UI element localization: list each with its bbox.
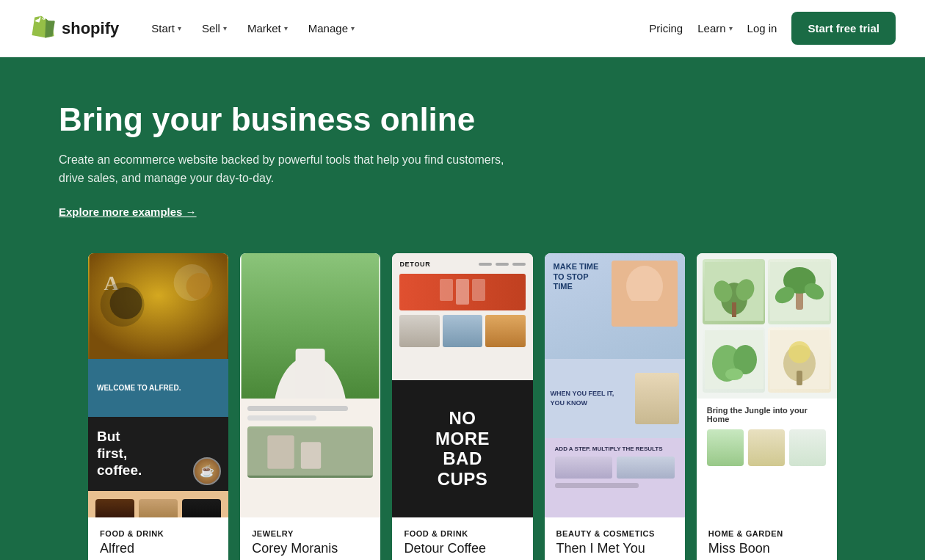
alfred-name: Alfred (100, 541, 217, 556)
alfred-image-mid: WELCOME TO ALFRED. (88, 359, 228, 417)
missboon-bottom: Bring the Jungle into your Home (697, 399, 837, 517)
nav-pricing-label: Pricing (649, 22, 683, 34)
missboon-plant-4 (768, 327, 831, 393)
card-corey[interactable]: JEWELRY Corey Moranis (240, 253, 380, 560)
detour-nav-3 (512, 263, 526, 266)
alfred-card-body: FOOD & DRINK Alfred (88, 517, 228, 560)
nav-login[interactable]: Log in (747, 22, 777, 34)
timy-name: Then I Met You (556, 541, 673, 556)
detour-bottom: NOMOREBADCUPS (392, 380, 532, 517)
missboon-plant-2 (768, 259, 831, 324)
nav-sell[interactable]: Sell ▾ (193, 16, 236, 40)
corey-bottom (240, 399, 380, 517)
nav-market[interactable]: Market ▾ (239, 16, 297, 40)
corey-card-body: JEWELRY Corey Moranis (240, 517, 380, 560)
svg-rect-12 (301, 442, 321, 468)
alfred-category: FOOD & DRINK (100, 529, 217, 538)
nav-sell-label: Sell (202, 22, 220, 34)
alfred-bottom (88, 491, 228, 517)
timy-bottom-text: ADD A STEP. MULTIPLY THE RESULTS (555, 446, 675, 452)
missboon-item-2 (748, 429, 785, 466)
nav-pricing[interactable]: Pricing (649, 22, 683, 34)
detour-prod-1 (399, 315, 439, 347)
nav-sell-chevron-icon: ▾ (223, 24, 227, 32)
timy-text-line (555, 483, 639, 488)
card-detour[interactable]: DETOUR (392, 253, 532, 560)
detour-logo: DETOUR (399, 261, 430, 268)
nav-learn[interactable]: Learn ▾ (697, 22, 732, 34)
card-timy[interactable]: MAKE TIMETO STOPTIME WHEN YOU FEEL IT,YO… (545, 253, 685, 560)
nav-learn-chevron-icon: ▾ (729, 24, 733, 32)
svg-rect-32 (797, 371, 802, 385)
svg-rect-18 (732, 302, 736, 317)
detour-card-body: FOOD & DRINK Detour Coffee (392, 517, 532, 560)
missboon-products-row (707, 429, 827, 466)
nav-right: Pricing Learn ▾ Log in Start free trial (649, 12, 896, 45)
timy-prod-1 (555, 457, 613, 479)
detour-nav-2 (496, 263, 509, 266)
svg-point-3 (186, 273, 213, 299)
explore-more-link[interactable]: Explore more examples → (59, 206, 197, 218)
detour-nav (479, 263, 526, 266)
detour-top: DETOUR (392, 253, 532, 380)
missboon-plant-3 (703, 327, 766, 393)
timy-title-text: MAKE TIMETO STOPTIME (554, 262, 599, 292)
start-free-trial-button[interactable]: Start free trial (791, 12, 896, 45)
nav-start-chevron-icon: ▾ (178, 24, 181, 32)
timy-products-row (555, 457, 675, 479)
corey-name: Corey Moranis (252, 541, 369, 556)
timy-prod-2 (617, 457, 675, 479)
detour-prod-2 (443, 315, 482, 347)
timy-top: MAKE TIMETO STOPTIME (545, 253, 685, 359)
corey-text-2 (247, 415, 316, 421)
alfred-coffee-section: Butfirst,coffee. ☕ (88, 417, 228, 491)
detour-tagline: NOMOREBADCUPS (435, 408, 490, 489)
svg-point-14 (626, 266, 663, 307)
alfred-mid-text: WELCOME TO ALFRED. (97, 383, 181, 393)
hero-title: Bring your business online (59, 101, 866, 139)
nav-start[interactable]: Start ▾ (142, 16, 190, 40)
card-missboon[interactable]: Bring the Jungle into your Home HOME & G… (697, 253, 837, 560)
corey-bottom-image (247, 426, 373, 478)
logo[interactable]: shopify (29, 15, 119, 42)
missboon-name: Miss Boon (708, 541, 825, 556)
nav-menu: Start ▾ Sell ▾ Market ▾ Manage ▾ (142, 16, 649, 40)
svg-point-33 (788, 341, 810, 363)
missboon-subtitle: Bring the Jungle into your Home (707, 406, 827, 423)
hero-subtitle: Create an ecommerce website backed by po… (59, 150, 514, 188)
nav-market-chevron-icon: ▾ (284, 24, 288, 32)
logo-text: shopify (62, 19, 119, 38)
detour-product-grid (399, 315, 525, 347)
nav-start-label: Start (151, 22, 175, 34)
nav-manage[interactable]: Manage ▾ (300, 16, 363, 40)
timy-card-body: BEAUTY & COSMETICS Then I Met You (545, 517, 685, 560)
alfred-product-1 (95, 499, 134, 517)
timy-bottom: ADD A STEP. MULTIPLY THE RESULTS (545, 438, 685, 517)
missboon-category: HOME & GARDEN (708, 529, 825, 538)
nav-learn-label: Learn (697, 22, 725, 34)
hero-section: Bring your business online Create an eco… (0, 57, 925, 560)
missboon-card-body: HOME & GARDEN Miss Boon (697, 517, 837, 560)
detour-prod-3 (485, 315, 525, 347)
alfred-product-3 (182, 499, 221, 517)
timy-face-image (612, 261, 678, 327)
nav-manage-label: Manage (308, 22, 348, 34)
alfred-product-2 (139, 499, 178, 517)
shopify-logo-icon (29, 15, 56, 42)
cards-grid: A WELCOME TO ALFRED. Butfirst,c (88, 253, 837, 560)
card-alfred[interactable]: A WELCOME TO ALFRED. Butfirst,c (88, 253, 228, 560)
svg-point-5 (110, 287, 142, 319)
missboon-plant-1 (703, 259, 766, 324)
detour-hero-image (399, 274, 525, 310)
missboon-top (697, 253, 837, 399)
corey-text-1 (247, 406, 348, 411)
detour-header: DETOUR (399, 261, 525, 268)
timy-category: BEAUTY & COSMETICS (556, 529, 673, 538)
alfred-image-top: A (88, 253, 228, 359)
timy-mid-text: WHEN YOU FEEL IT,YOU KNOW (551, 389, 628, 407)
svg-rect-9 (296, 349, 325, 399)
missboon-item-3 (789, 429, 826, 466)
detour-category: FOOD & DRINK (404, 529, 520, 538)
timy-mid: WHEN YOU FEEL IT,YOU KNOW (545, 359, 685, 438)
nav-market-label: Market (247, 22, 281, 34)
